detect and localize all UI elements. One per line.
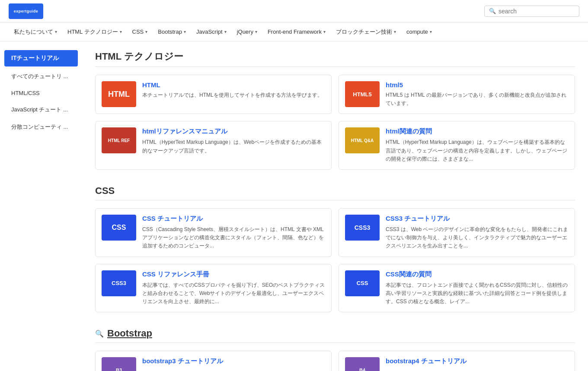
nav-item-bootstrap[interactable]: Bootstrap ▾ xyxy=(153,22,191,41)
card-thumb-css3: CSS3 xyxy=(345,215,380,241)
search-input[interactable] xyxy=(499,8,575,15)
card-thumb-htmlref: HTML REF xyxy=(102,127,136,153)
chevron-down-icon: ▾ xyxy=(224,29,227,34)
nav-item-javascript-label: JavaScript xyxy=(196,29,223,35)
section-title-bootstrap-text: Bootstrap xyxy=(107,328,152,339)
logo-text: expertguide xyxy=(14,9,38,13)
chevron-down-icon: ▾ xyxy=(145,29,147,34)
chevron-down-icon: ▾ xyxy=(430,29,432,34)
sidebar-item-htmlcss[interactable]: HTML/CSS xyxy=(4,86,78,101)
card-content-htmlref: htmlリファレンスマニュアル HTML（HyperText Markup La… xyxy=(142,127,325,155)
card-grid-css: CSS CSS チュートリアル CSS（Cascading Style Shee… xyxy=(95,208,575,312)
card-desc-cssqa: 本記事では、フロントエンド面接でよく聞かれるCSSの質問に対し、信頼性の高い学習… xyxy=(386,281,569,306)
card-thumb-html: HTML xyxy=(102,81,136,107)
sidebar-item-distributed[interactable]: 分散コンピューティ ... xyxy=(4,119,78,135)
card-title-bootstrap4: bootstrap4 チュートリアル xyxy=(386,357,569,365)
card-thumb-bootstrap4: B4 xyxy=(345,357,380,371)
card-css-qa[interactable]: CSS CSS関連の質問 本記事では、フロントエンド面接でよく聞かれるCSSの質… xyxy=(339,264,575,313)
card-content-bootstrap3: bootstrap3 チュートリアル xyxy=(142,357,325,368)
nav-item-bootstrap-label: Bootstrap xyxy=(158,29,182,35)
nav-item-css[interactable]: CSS ▾ xyxy=(127,22,153,41)
card-htmlref[interactable]: HTML REF htmlリファレンスマニュアル HTML（HyperText … xyxy=(95,121,332,170)
card-content-html5: html5 HTML5 は HTML の最新バージョンであり、多くの新機能と改良… xyxy=(386,81,569,108)
card-thumb-bootstrap3: B3 xyxy=(102,357,136,371)
card-css-tutorial[interactable]: CSS CSS チュートリアル CSS（Cascading Style Shee… xyxy=(95,208,332,257)
layout: ITチュートリアル すべてのチュートリ ... HTML/CSS JavaScr… xyxy=(0,41,588,371)
logo[interactable]: expertguide xyxy=(9,3,43,19)
nav-item-jquery[interactable]: jQuery ▾ xyxy=(232,22,262,41)
section-title-html: HTML テクノロジー xyxy=(95,50,575,67)
header: expertguide 🔍 xyxy=(0,0,588,22)
card-title-bootstrap3: bootstrap3 チュートリアル xyxy=(142,357,325,365)
nav-item-html-label: HTML テクノロジー xyxy=(67,28,118,36)
nav-item-compute-label: compute xyxy=(406,29,428,35)
card-title-html5: html5 xyxy=(386,81,569,89)
main-nav: 私たちについて ▾ HTML テクノロジー ▾ CSS ▾ Bootstrap … xyxy=(0,22,588,41)
card-content-html: HTML 本チュートリアルでは、HTMLを使用してサイトを作成する方法を学びます… xyxy=(142,81,325,99)
nav-item-jquery-label: jQuery xyxy=(237,29,253,35)
chevron-down-icon: ▾ xyxy=(184,29,186,34)
card-html[interactable]: HTML HTML 本チュートリアルでは、HTMLを使用してサイトを作成する方法… xyxy=(95,75,332,114)
card-html5[interactable]: HTML5 html5 HTML5 は HTML の最新バージョンであり、多くの… xyxy=(339,75,575,114)
nav-item-compute[interactable]: compute ▾ xyxy=(401,22,437,41)
card-title-cssref: CSS リファレンス手冊 xyxy=(142,270,325,279)
chevron-down-icon: ▾ xyxy=(55,29,57,34)
card-title-css3: CSS3 チュートリアル xyxy=(386,215,569,223)
section-title-css: CSS xyxy=(95,185,575,200)
sidebar-title: ITチュートリアル xyxy=(4,50,78,67)
card-bootstrap3[interactable]: B3 bootstrap3 チュートリアル xyxy=(95,351,332,371)
card-desc-html5: HTML5 は HTML の最新バージョンであり、多くの新機能と改良点が追加され… xyxy=(386,91,569,108)
card-desc-html: 本チュートリアルでは、HTMLを使用してサイトを作成する方法を学びます。 xyxy=(142,91,325,99)
card-grid-html: HTML HTML 本チュートリアルでは、HTMLを使用してサイトを作成する方法… xyxy=(95,75,575,170)
card-content-cssref: CSS リファレンス手冊 本記事では、すべてのCSSプロパティを掘り下げ、SEO… xyxy=(142,270,325,306)
card-content-bootstrap4: bootstrap4 チュートリアル xyxy=(386,357,569,368)
nav-item-blockchain[interactable]: ブロックチェーン技術 ▾ xyxy=(331,22,401,41)
search-container[interactable]: 🔍 xyxy=(484,6,579,17)
card-content-cssqa: CSS関連の質問 本記事では、フロントエンド面接でよく聞かれるCSSの質問に対し… xyxy=(386,270,569,306)
search-icon: 🔍 xyxy=(95,330,104,338)
card-desc-css: CSS（Cascading Style Sheets、層積スタイルシート）は、H… xyxy=(142,225,325,251)
card-title-cssqa: CSS関連の質問 xyxy=(386,270,569,279)
card-title-htmlqa: html関連の質問 xyxy=(386,127,569,136)
card-desc-htmlqa: HTML（HyperText Markup Language）は、ウェブページを… xyxy=(386,138,569,163)
card-css-ref[interactable]: CSS3 CSS リファレンス手冊 本記事では、すべてのCSSプロパティを掘り下… xyxy=(95,264,332,313)
chevron-down-icon: ▾ xyxy=(255,29,257,34)
sidebar-item-all[interactable]: すべてのチュートリ ... xyxy=(4,68,78,85)
nav-item-about[interactable]: 私たちについて ▾ xyxy=(9,22,62,41)
nav-item-frontend[interactable]: Front-end Framework ▾ xyxy=(262,22,331,41)
nav-item-blockchain-label: ブロックチェーン技術 xyxy=(336,28,392,36)
chevron-down-icon: ▾ xyxy=(323,29,326,34)
nav-item-javascript[interactable]: JavaScript ▾ xyxy=(191,22,232,41)
card-title-html: HTML xyxy=(142,81,325,89)
main-content: HTML テクノロジー HTML HTML 本チュートリアルでは、HTMLを使用… xyxy=(82,41,588,371)
card-thumb-cssref: CSS3 xyxy=(102,270,136,296)
card-htmlqa[interactable]: HTML Q&A html関連の質問 HTML（HyperText Markup… xyxy=(339,121,575,170)
card-css3-tutorial[interactable]: CSS3 CSS3 チュートリアル CSS3 は、Web ページのデザインに革命… xyxy=(339,208,575,257)
card-desc-htmlref: HTML（HyperText Markup Language）は、Webページを… xyxy=(142,138,325,155)
sidebar: ITチュートリアル すべてのチュートリ ... HTML/CSS JavaScr… xyxy=(0,41,82,371)
chevron-down-icon: ▾ xyxy=(394,29,396,34)
card-thumb-html5: HTML5 xyxy=(345,81,380,107)
chevron-down-icon: ▾ xyxy=(120,29,122,34)
card-content-htmlqa: html関連の質問 HTML（HyperText Markup Language… xyxy=(386,127,569,163)
card-desc-cssref: 本記事では、すべてのCSSプロパティを掘り下げ、SEOのベストプラクティスと組み… xyxy=(142,281,325,306)
sidebar-item-javascript[interactable]: JavaScript チュート ... xyxy=(4,101,78,118)
search-icon: 🔍 xyxy=(489,8,496,14)
card-bootstrap4[interactable]: B4 bootstrap4 チュートリアル xyxy=(339,351,575,371)
card-desc-css3: CSS3 は、Web ページのデザインに革命的な変化をもたらし、開発者にこれまで… xyxy=(386,225,569,251)
nav-item-frontend-label: Front-end Framework xyxy=(268,29,322,35)
nav-item-html[interactable]: HTML テクノロジー ▾ xyxy=(62,22,127,41)
card-content-css3: CSS3 チュートリアル CSS3 は、Web ページのデザインに革命的な変化を… xyxy=(386,215,569,251)
card-thumb-htmlqa: HTML Q&A xyxy=(345,127,380,153)
nav-item-about-label: 私たちについて xyxy=(14,28,53,36)
card-title-css: CSS チュートリアル xyxy=(142,215,325,223)
card-content-css: CSS チュートリアル CSS（Cascading Style Sheets、層… xyxy=(142,215,325,251)
card-thumb-css: CSS xyxy=(102,215,136,241)
nav-item-css-label: CSS xyxy=(132,29,144,35)
section-title-bootstrap: 🔍 Bootstrap xyxy=(95,328,575,343)
card-title-htmlref: htmlリファレンスマニュアル xyxy=(142,127,325,136)
card-thumb-cssqa: CSS xyxy=(345,270,380,296)
card-grid-bootstrap: B3 bootstrap3 チュートリアル B4 bootstrap4 チュート… xyxy=(95,351,575,371)
